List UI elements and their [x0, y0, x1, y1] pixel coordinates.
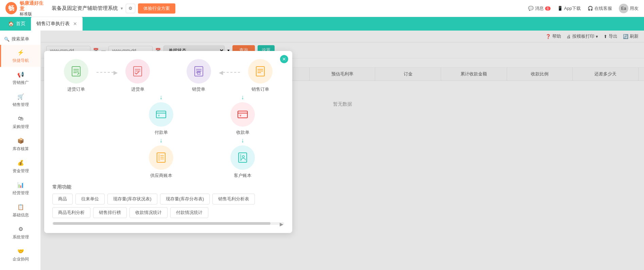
experience-button[interactable]: 体验行业方案 [138, 3, 175, 14]
sidebar-item-operation[interactable]: 📊经营管理 [0, 177, 40, 199]
message-action[interactable]: 💬 消息 6 [528, 5, 551, 12]
nav-tabs: 🏠 首页 销售订单执行表 ✕ [0, 17, 644, 31]
sales-invoice-icon [187, 59, 211, 84]
content-area: ❓ 帮助 🖨 按模板打印 ▾ ⬆ 导出 🔄 刷新 [41, 31, 644, 270]
search-menu-button[interactable]: 🔍 搜索菜单 [0, 33, 40, 45]
operation-icon: 📊 [17, 181, 25, 189]
popup-close-button[interactable]: ✕ [280, 55, 288, 63]
quick-nav-icon: ⚡ [17, 48, 25, 56]
sidebar-label-enterprise: 企业协同 [13, 256, 29, 262]
system-dropdown-icon[interactable]: ▾ [121, 6, 123, 11]
arrow-sales: ◀ [219, 69, 240, 76]
flow-diagram: 进货订单 ▶ 进货单 [52, 59, 284, 179]
flow-customer-ledger[interactable]: 客户账本 [215, 145, 270, 179]
sidebar-label-basic-info: 基础信息 [13, 212, 29, 218]
customer-ledger-icon [230, 145, 255, 170]
app-download-action[interactable]: 📱 App下载 [557, 5, 581, 12]
common-btn-现存量(库存分布表)[interactable]: 现存量(库存分布表) [160, 194, 210, 204]
sidebar-item-newbie[interactable]: 🏠新手引导 [0, 266, 40, 270]
sidebar-item-system[interactable]: ⚙系统管理 [0, 221, 40, 244]
common-functions-title: 常用功能 [52, 184, 284, 190]
sidebar: 🔍 搜索菜单 ⚡快捷导航📢营销推广🛒销售管理🛍采购管理📦库存核算💰资金管理📊经营… [0, 31, 41, 270]
logo-area: 畅 畅康通好生意 标准版 [5, 0, 46, 17]
main-layout: 🔍 搜索菜单 ⚡快捷导航📢营销推广🛒销售管理🛍采购管理📦库存核算💰资金管理📊经营… [0, 31, 644, 270]
arrow-down-payment: ↓ [134, 137, 188, 144]
popup-dialog: ✕ 进货订单 ▶ [44, 51, 292, 233]
common-btn-现存量(库存状况表)[interactable]: 现存量(库存状况表) [107, 194, 157, 204]
app-logo-icon: 畅 [5, 2, 17, 14]
user-action[interactable]: Ea 用友 [619, 4, 639, 13]
tab-home[interactable]: 🏠 首页 [3, 17, 31, 31]
sidebar-label-finance: 资金管理 [13, 168, 29, 174]
sidebar-label-sales: 销售管理 [13, 102, 29, 108]
flow-sales-invoice[interactable]: 销货单 [178, 59, 219, 92]
sidebar-item-marketing[interactable]: 📢营销推广 [0, 67, 40, 89]
arrow-down-sales: ↓ [215, 94, 270, 101]
arrow-purchase: ▶ [97, 69, 118, 76]
sidebar-label-quick-nav: 快捷导航 [13, 58, 29, 64]
online-service-action[interactable]: 🎧 在线客服 [588, 5, 612, 12]
purchase-order-icon [64, 59, 88, 84]
payment-slip-icon: ¥ [149, 102, 173, 127]
flow-payment-slip[interactable]: ¥ 付款单 [134, 102, 188, 136]
gear-button[interactable]: ⚙ [126, 4, 135, 13]
common-buttons-group: 商品往来单位现存量(库存状况表)现存量(库存分布表)销售毛利分析表商品毛利分析销… [52, 194, 284, 218]
basic-info-icon: 📋 [17, 203, 25, 211]
scroll-right-icon[interactable]: ▶ [280, 221, 283, 227]
common-btn-商品毛利分析[interactable]: 商品毛利分析 [52, 207, 90, 218]
marketing-icon: 📢 [17, 70, 25, 78]
purchase-icon: 🛍 [17, 114, 25, 123]
flow-purchase-order[interactable]: 进货订单 [56, 59, 97, 92]
avatar: Ea [619, 4, 628, 13]
popup-scrollbar[interactable]: ▶ [52, 222, 284, 225]
flow-purchase-receipt[interactable]: 进货单 [118, 59, 158, 92]
flow-row3: 供应商账本 客户账本 [56, 145, 281, 179]
home-icon: 🏠 [8, 21, 14, 26]
common-btn-付款情况统计[interactable]: 付款情况统计 [170, 207, 208, 218]
system-icon: ⚙ [17, 225, 25, 233]
common-btn-商品[interactable]: 商品 [52, 194, 73, 204]
receipt-slip-icon: ¥ [230, 102, 255, 127]
headset-icon: 🎧 [588, 6, 593, 11]
common-btn-收款情况统计[interactable]: 收款情况统计 [129, 207, 168, 218]
message-icon: 💬 [528, 6, 534, 11]
sidebar-item-inventory[interactable]: 📦库存核算 [0, 133, 40, 155]
flow-sales-order[interactable]: 销售订单 [240, 59, 281, 92]
purchase-receipt-icon [125, 59, 150, 84]
common-btn-往来单位[interactable]: 往来单位 [75, 194, 105, 204]
sidebar-label-operation: 经营管理 [13, 190, 29, 196]
arrow-row-down: ↓ ↓ [56, 94, 281, 101]
sidebar-label-purchase: 采购管理 [13, 124, 29, 130]
common-btn-销售毛利分析表[interactable]: 销售毛利分析表 [212, 194, 255, 204]
svg-rect-22 [157, 153, 165, 162]
sidebar-item-sales[interactable]: 🛒销售管理 [0, 89, 40, 111]
svg-point-29 [242, 156, 244, 158]
system-title: 装备及固定资产辅助管理系统 [52, 5, 118, 12]
logo-text: 畅康通好生意 标准版 [20, 0, 46, 17]
message-badge: 6 [545, 6, 551, 11]
common-btn-销售排行榜[interactable]: 销售排行榜 [93, 207, 127, 218]
svg-text:¥: ¥ [158, 114, 160, 117]
flow-supplier-ledger[interactable]: 供应商账本 [134, 145, 188, 179]
tab-close-icon[interactable]: ✕ [73, 21, 77, 26]
sidebar-label-marketing: 营销推广 [13, 80, 29, 86]
sidebar-item-purchase[interactable]: 🛍采购管理 [0, 111, 40, 133]
common-functions-section: 常用功能 商品往来单位现存量(库存状况表)现存量(库存分布表)销售毛利分析表商品… [52, 184, 284, 218]
arrow-row-down2: ↓ ↓ [56, 137, 281, 144]
sidebar-label-inventory: 库存核算 [13, 146, 29, 152]
arrow-down-purchase: ↓ [134, 94, 188, 101]
tab-sales-exec[interactable]: 销售订单执行表 ✕ [31, 17, 83, 31]
search-icon: 🔍 [4, 37, 10, 42]
header-right: 💬 消息 6 📱 App下载 🎧 在线客服 Ea 用友 [528, 4, 639, 13]
sales-icon: 🛒 [17, 92, 25, 101]
sidebar-item-basic-info[interactable]: 📋基础信息 [0, 199, 40, 221]
flow-row2: ¥ 付款单 ¥ 收款单 [56, 102, 281, 136]
sidebar-item-quick-nav[interactable]: ⚡快捷导航 [0, 45, 40, 67]
supplier-ledger-icon [149, 145, 173, 170]
svg-text:¥: ¥ [239, 114, 242, 117]
sales-order-icon [248, 59, 273, 84]
flow-receipt-slip[interactable]: ¥ 收款单 [215, 102, 270, 136]
scrollbar-thumb [53, 222, 271, 225]
sidebar-item-finance[interactable]: 💰资金管理 [0, 155, 40, 177]
sidebar-item-enterprise[interactable]: 🤝企业协同 [0, 244, 40, 266]
